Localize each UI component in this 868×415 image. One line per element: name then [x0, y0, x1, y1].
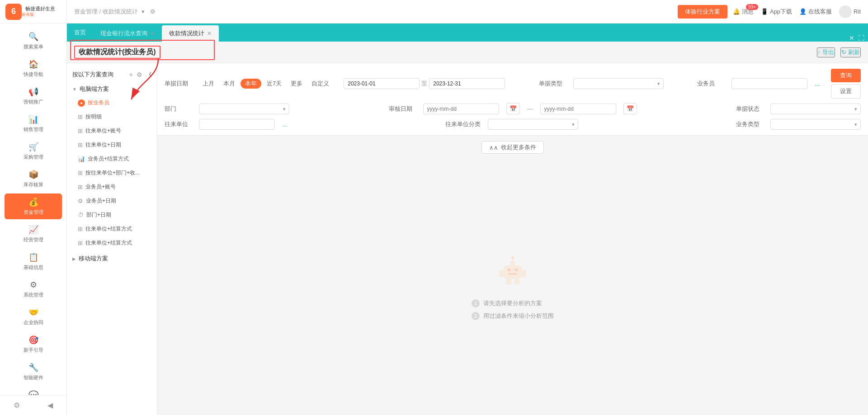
user-area[interactable]: Rit: [839, 5, 861, 18]
notification-bell[interactable]: 🔔 消息 99+: [733, 8, 754, 16]
search-button[interactable]: 查询: [831, 69, 861, 82]
scheme-item-salesperson-account[interactable]: ⊞ 业务员+账号: [67, 180, 157, 194]
doc-status-label: 单据状态: [736, 105, 763, 113]
purchase-icon: 🛒: [28, 142, 38, 152]
settings-icon[interactable]: ⚙: [150, 8, 156, 15]
export-button[interactable]: ↑ 导出: [817, 47, 835, 57]
partner-input[interactable]: [199, 119, 275, 130]
partner-label: 往来单位: [165, 120, 192, 128]
doc-status-select[interactable]: [770, 104, 861, 114]
calendar-icon-end[interactable]: 📅: [623, 103, 637, 114]
app-download[interactable]: 📱 App下载: [761, 8, 792, 16]
tab-receipt-close[interactable]: ✕: [207, 30, 212, 37]
scheme-settings-icon[interactable]: ⚙: [137, 71, 142, 78]
dept-select-wrapper: [199, 104, 289, 114]
date-tab-custom[interactable]: 自定义: [308, 79, 333, 89]
biz-type-select[interactable]: [770, 119, 861, 130]
section-label: 电脑端方案: [80, 85, 109, 93]
calendar-icon-start[interactable]: 📅: [506, 103, 520, 114]
close-all-tabs-icon[interactable]: ✕: [849, 34, 854, 42]
sidebar-item-wechat[interactable]: 💬 企业微信: [0, 386, 66, 395]
mobile-section-title[interactable]: ▶ 移动端方案: [67, 252, 157, 265]
grid-icon: ⊞: [78, 141, 83, 148]
dept-select[interactable]: [199, 104, 289, 114]
partner-more-button[interactable]: ...: [282, 121, 288, 128]
scheme-item-unit-date[interactable]: ⊞ 往来单位+日期: [67, 138, 157, 152]
search-icon: 🔍: [28, 32, 38, 42]
tab-bank[interactable]: 现金银行流水查询 ✕: [93, 25, 162, 42]
date-tab-more[interactable]: 更多: [287, 79, 306, 89]
collapse-sidebar-icon[interactable]: ◀: [47, 401, 53, 410]
refresh-button[interactable]: ↻ 刷新: [840, 47, 861, 57]
scheme-item-unit-settle1[interactable]: ⊞ 往来单位+结算方式: [67, 222, 157, 236]
scheme-item-salesperson[interactable]: ● 按业务员: [67, 96, 157, 110]
scheme-item-unit-account[interactable]: ⊞ 往来单位+账号: [67, 124, 157, 138]
date-separator: 至: [421, 80, 427, 88]
topbar-right: 🔔 消息 99+ 📱 App下载 👤 在线客服 Rit: [733, 5, 861, 18]
date-label: 单据日期: [165, 80, 192, 88]
desktop-section-title[interactable]: ▼ 电脑端方案: [67, 82, 157, 96]
sidebar-item-label: 新手引导: [24, 347, 43, 354]
scheme-item-unit-dept[interactable]: ⊞ 按往来单位+部门+收...: [67, 166, 157, 180]
doc-type-select[interactable]: [573, 78, 664, 89]
salesperson-more-button[interactable]: ...: [815, 80, 820, 87]
tip-num-2: 2: [472, 312, 480, 320]
partner-category-select[interactable]: [488, 119, 578, 130]
expand-icon[interactable]: ⛶: [858, 34, 864, 42]
svg-rect-2: [514, 269, 518, 271]
review-date-start[interactable]: [423, 104, 499, 114]
dept-label: 部门: [165, 105, 192, 113]
scheme-item-salesperson-date[interactable]: ⚙ 业务员+日期: [67, 194, 157, 208]
user-name: Rit: [854, 8, 861, 15]
filter-settings-button[interactable]: 设置: [831, 84, 861, 99]
tab-home[interactable]: 首页: [67, 24, 93, 42]
sidebar-item-label: 企业协同: [24, 319, 43, 326]
trial-button[interactable]: 体验行业方案: [678, 5, 727, 19]
sidebar-item-label: 资金管理: [24, 209, 43, 216]
date-tab-last7days[interactable]: 近7天: [263, 79, 285, 89]
date-end-input[interactable]: [429, 78, 505, 89]
sidebar-item-system[interactable]: ⚙ 系统管理: [0, 275, 66, 303]
sidebar-item-guide[interactable]: 🎯 新手引导: [0, 330, 66, 358]
sidebar-item-sales[interactable]: 📊 销售管理: [0, 110, 66, 137]
sidebar-item-marketing[interactable]: 📢 营销推广: [0, 82, 66, 110]
sidebar-item-quicknav[interactable]: 🏠 快捷导航: [0, 55, 66, 82]
review-date-separator: —: [527, 105, 533, 112]
scheme-item-dept-date[interactable]: ⏱ 部门+日期: [67, 208, 157, 222]
sidebar-item-hardware[interactable]: 🔧 智能硬件: [0, 358, 66, 386]
sidebar-item-enterprise[interactable]: 🤝 企业协同: [0, 303, 66, 330]
main-area: 资金管理 / 收款情况统计 ▾ ⚙ 体验行业方案 🔔 消息 99+ 📱 App下…: [67, 0, 868, 415]
date-tab-this-month[interactable]: 本月: [220, 79, 239, 89]
sidebar-item-inventory[interactable]: 📦 库存核算: [0, 165, 66, 193]
tab-bank-close[interactable]: ✕: [150, 30, 155, 37]
scheme-item-label: 按业务员: [88, 99, 109, 107]
salesperson-input[interactable]: [731, 78, 807, 89]
sidebar-item-operation[interactable]: 📈 经营管理: [0, 220, 66, 248]
mobile-section: ▶ 移动端方案: [67, 252, 157, 265]
logo-area: 6 畅捷通好生意 标准版: [0, 0, 66, 24]
scheme-item-detail[interactable]: ⊞ 按明细: [67, 110, 157, 124]
online-service[interactable]: 👤 在线客服: [799, 8, 832, 16]
finance-icon: 💰: [28, 197, 38, 207]
collapse-panel-icon[interactable]: 《: [146, 71, 151, 79]
scheme-item-salesperson-settle[interactable]: 📊 业务员+结算方式: [67, 152, 157, 166]
dropdown-icon[interactable]: ▾: [142, 8, 145, 15]
date-start-input[interactable]: [344, 78, 420, 89]
date-tab-this-year[interactable]: 本年: [241, 79, 261, 89]
sidebar-item-search[interactable]: 🔍 搜索菜单: [0, 27, 66, 55]
home-icon: 🏠: [28, 59, 38, 69]
sidebar-item-basic[interactable]: 📋 基础信息: [0, 248, 66, 275]
wechat-icon: 💬: [28, 390, 38, 395]
scheme-item-unit-settle2[interactable]: ⊞ 往来单位+结算方式: [67, 236, 157, 250]
tab-bar: 首页 现金银行流水查询 ✕ 收款情况统计 ✕ ✕ ⛶: [67, 24, 868, 42]
sidebar-item-finance[interactable]: 💰 资金管理: [5, 193, 62, 219]
collapse-more-button[interactable]: ∧∧ 收起更多条件: [481, 141, 544, 154]
review-date-end[interactable]: [540, 104, 616, 114]
tab-receipt[interactable]: 收款情况统计 ✕: [162, 25, 219, 42]
tip-text-2: 用过滤条件来缩小分析范围: [483, 312, 554, 320]
add-scheme-button[interactable]: +: [129, 71, 133, 78]
date-tab-last-month[interactable]: 上月: [199, 79, 218, 89]
logo-icon: 6: [5, 4, 22, 20]
sidebar-item-purchase[interactable]: 🛒 采购管理: [0, 137, 66, 165]
settings-icon[interactable]: ⚙: [14, 401, 20, 410]
